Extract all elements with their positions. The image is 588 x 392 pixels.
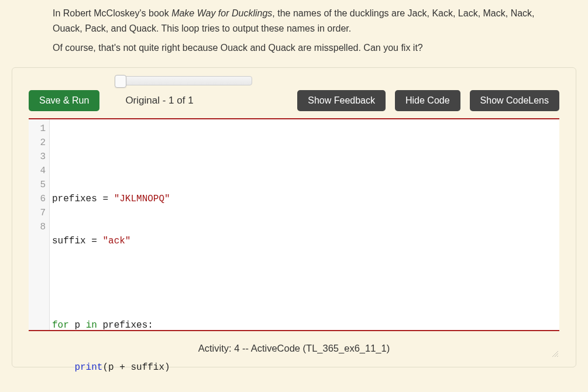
history-slider-thumb[interactable] xyxy=(115,75,126,88)
line-number: 2 xyxy=(36,136,46,150)
line-number: 3 xyxy=(36,150,46,164)
problem-para-2: Of course, that's not quite right becaus… xyxy=(53,40,535,56)
code-line: prefixes = "JKLMNOPQ" xyxy=(52,192,555,206)
save-run-button[interactable]: Save & Run xyxy=(29,90,99,111)
editor-container: Save & Run Original - 1 of 1 Show Feedba… xyxy=(12,67,576,367)
line-gutter: 1 2 3 4 5 6 7 8 xyxy=(29,119,50,330)
code-line xyxy=(52,276,555,290)
book-title: Make Way for Ducklings xyxy=(171,8,272,18)
svg-line-2 xyxy=(557,356,558,357)
line-number: 4 xyxy=(36,164,46,178)
line-number: 1 xyxy=(36,122,46,136)
code-editor[interactable]: 1 2 3 4 5 6 7 8 prefixes = "JKLMNOPQ" su… xyxy=(29,119,559,330)
show-codelens-button[interactable]: Show CodeLens xyxy=(470,90,559,111)
history-slider[interactable] xyxy=(115,76,252,85)
toolbar-right: Show Feedback Hide Code Show CodeLens xyxy=(297,90,559,111)
code-line: print(p + suffix) xyxy=(52,360,555,374)
hide-code-button[interactable]: Hide Code xyxy=(395,90,460,111)
para1-pre: In Robert McCloskey's book xyxy=(53,8,171,18)
line-number: 6 xyxy=(36,192,46,206)
line-number: 5 xyxy=(36,178,46,192)
editor-toolbar: Save & Run Original - 1 of 1 Show Feedba… xyxy=(29,90,559,118)
problem-para-1: In Robert McCloskey's book Make Way for … xyxy=(53,6,535,36)
resize-handle-icon[interactable] xyxy=(551,322,558,329)
show-feedback-button[interactable]: Show Feedback xyxy=(297,90,386,111)
problem-description: In Robert McCloskey's book Make Way for … xyxy=(0,0,588,64)
version-label: Original - 1 of 1 xyxy=(109,95,209,106)
line-number: 7 xyxy=(36,206,46,220)
code-line: for p in prefixes: xyxy=(52,318,555,332)
code-line xyxy=(52,150,555,164)
code-editor-border: 1 2 3 4 5 6 7 8 prefixes = "JKLMNOPQ" su… xyxy=(29,118,559,331)
history-slider-row xyxy=(29,76,559,85)
code-text-area[interactable]: prefixes = "JKLMNOPQ" suffix = "ack" for… xyxy=(50,119,559,330)
line-number: 8 xyxy=(36,220,46,234)
code-line: suffix = "ack" xyxy=(52,234,555,248)
